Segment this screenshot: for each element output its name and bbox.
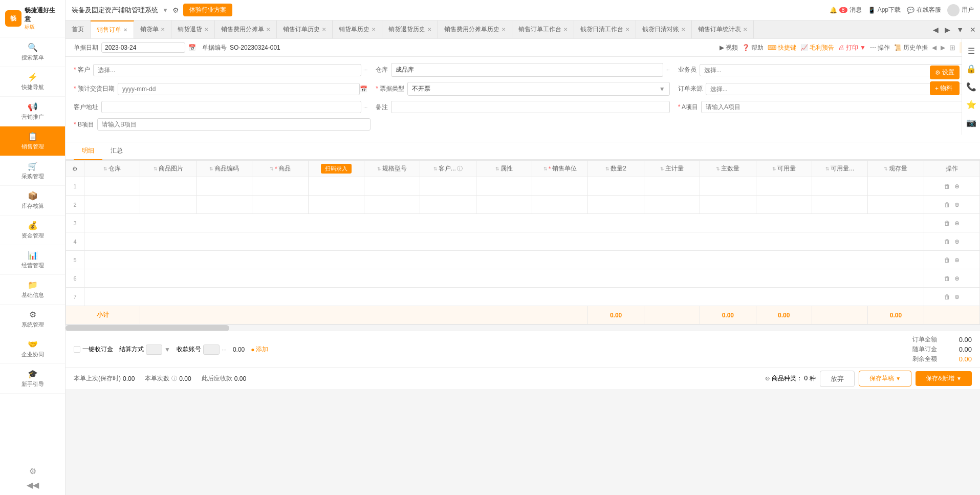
- row-2-unit[interactable]: [532, 196, 588, 214]
- row-2-spec[interactable]: [364, 196, 420, 214]
- tab-close-all[interactable]: ✕: [968, 25, 978, 35]
- th-warehouse[interactable]: ⇅ 仓库: [84, 161, 140, 177]
- row-1-copy-btn[interactable]: ⊕: [953, 182, 961, 191]
- tab-sales-order[interactable]: 销售订单 ✕: [91, 20, 134, 39]
- warehouse-value[interactable]: 成品库: [391, 63, 663, 77]
- table-scroll[interactable]: ⚙ ⇅ 仓库 ⇅ 商品图片: [66, 160, 980, 325]
- bank-ellipsis[interactable]: ···: [222, 346, 227, 353]
- tab-goods-history-close[interactable]: ✕: [372, 27, 376, 32]
- tab-sales-goods-close[interactable]: ✕: [161, 27, 165, 32]
- tab-sales-goods[interactable]: 销货单 ✕: [134, 20, 171, 39]
- a-project-input[interactable]: [701, 101, 972, 113]
- order-source-input[interactable]: [706, 83, 966, 95]
- row-2-image[interactable]: [140, 196, 196, 214]
- row-1-available[interactable]: [756, 177, 812, 196]
- sidebar-item-newbie[interactable]: 🎓 新手引导: [0, 364, 65, 394]
- sidebar-item-marketing[interactable]: 📢 营销推广: [0, 97, 65, 126]
- row-2-available2[interactable]: [812, 196, 867, 214]
- save-draft-dropdown-icon[interactable]: ▼: [896, 376, 901, 381]
- tab-cash-reconcile[interactable]: 钱货日清对账 ✕: [636, 20, 692, 39]
- scan-btn[interactable]: 扫码录入: [321, 164, 352, 174]
- row-5-delete-btn[interactable]: 🗑: [943, 255, 951, 265]
- th-current[interactable]: ⇅ 现存量: [868, 161, 924, 177]
- sidebar-collapse-icon[interactable]: ◀◀: [27, 480, 39, 490]
- customer-ellipsis[interactable]: ···: [363, 67, 367, 73]
- row-1-attr[interactable]: [476, 177, 532, 196]
- solution-button[interactable]: 体验行业方案: [183, 4, 232, 16]
- tab-sales-stats[interactable]: 销售订单统计表 ✕: [692, 20, 754, 39]
- calendar-icon[interactable]: 📅: [188, 44, 196, 51]
- th-qty2[interactable]: ⇅ 数量2: [588, 161, 644, 177]
- tab-order-history-close[interactable]: ✕: [322, 27, 326, 32]
- row-7-delete-btn[interactable]: 🗑: [943, 292, 951, 302]
- row-3-copy-btn[interactable]: ⊕: [953, 219, 961, 228]
- row-4-delete-btn[interactable]: 🗑: [943, 237, 951, 246]
- tab-order-workbench-close[interactable]: ✕: [563, 27, 568, 32]
- row-6-delete-btn[interactable]: 🗑: [943, 274, 951, 283]
- note-input[interactable]: [391, 101, 669, 113]
- row-1-name[interactable]: [252, 177, 308, 196]
- prev-record-btn[interactable]: ◀: [932, 44, 937, 51]
- sidebar-item-sales[interactable]: 📋 销售管理: [0, 126, 65, 156]
- settings-action-btn[interactable]: ⚙ 设置: [930, 66, 960, 79]
- th-main-qty[interactable]: ⇅ 主数量: [700, 161, 756, 177]
- grid-view-btn[interactable]: ⊞: [949, 44, 955, 52]
- b-project-input[interactable]: [97, 118, 371, 131]
- th-attr[interactable]: ⇅ 属性: [476, 161, 532, 177]
- right-panel-lock-btn[interactable]: 🔒: [963, 61, 979, 77]
- row-1-current[interactable]: [868, 177, 924, 196]
- th-available2[interactable]: ⇅ 可用量...: [812, 161, 867, 177]
- row-1-main-unit[interactable]: [644, 177, 700, 196]
- row-2-warehouse[interactable]: [84, 196, 140, 214]
- bank-select[interactable]: [203, 345, 220, 355]
- tab-goods-history[interactable]: 销货单历史 ✕: [333, 20, 382, 39]
- address-input[interactable]: [101, 101, 361, 113]
- right-panel-phone-btn[interactable]: 📞: [963, 79, 979, 95]
- invoice-type-select[interactable]: 不开票 ▼: [407, 82, 669, 96]
- row-1-available2[interactable]: [812, 177, 867, 196]
- row-2-code[interactable]: [196, 196, 252, 214]
- th-customer-code[interactable]: ⇅ 客户... ⓘ: [420, 161, 476, 177]
- sidebar-item-shortcuts[interactable]: ⚡ 快捷导航: [0, 67, 65, 97]
- tab-nav-dropdown[interactable]: ▼: [954, 25, 966, 35]
- delivery-calendar-icon[interactable]: 📅: [360, 85, 367, 93]
- tab-cash-workbench[interactable]: 钱货日清工作台 ✕: [574, 20, 636, 39]
- row-2-main-qty[interactable]: [700, 196, 756, 214]
- row-1-code[interactable]: [196, 177, 252, 196]
- row-2-delete-btn[interactable]: 🗑: [943, 200, 951, 209]
- notification-item[interactable]: 🔔 8 消息: [830, 6, 862, 14]
- th-settings[interactable]: ⚙: [66, 161, 84, 177]
- row-1-unit[interactable]: [532, 177, 588, 196]
- row-2-attr[interactable]: [476, 196, 532, 214]
- quick-pay-checkbox[interactable]: 一键收订金: [74, 345, 113, 354]
- operation-btn[interactable]: ⋯ 操作: [870, 44, 890, 52]
- tab-nav-right[interactable]: ▶: [943, 25, 952, 35]
- save-new-button[interactable]: 保存&新增 ▼: [916, 371, 972, 386]
- row-2-qty2[interactable]: [588, 196, 644, 214]
- sidebar-item-search[interactable]: 🔍 搜索菜单: [0, 37, 65, 67]
- tab-sales-stats-close[interactable]: ✕: [743, 27, 747, 32]
- help-btn[interactable]: ❓ 帮助: [742, 44, 764, 52]
- row-2-available[interactable]: [756, 196, 812, 214]
- warehouse-ellipsis[interactable]: ···: [665, 67, 669, 73]
- date-input[interactable]: [101, 42, 185, 53]
- sidebar-settings-icon[interactable]: ⚙: [29, 466, 36, 476]
- tab-return-history[interactable]: 销货退货历史 ✕: [382, 20, 438, 39]
- row-2-current[interactable]: [868, 196, 924, 214]
- row-1-spec[interactable]: [364, 177, 420, 196]
- online-service-item[interactable]: 💬 在线客服: [907, 6, 941, 14]
- row-1-delete-btn[interactable]: 🗑: [943, 182, 951, 191]
- tab-home[interactable]: 首页: [66, 20, 91, 39]
- customer-input[interactable]: [93, 64, 361, 76]
- row-5-copy-btn[interactable]: ⊕: [953, 255, 961, 265]
- add-goods-btn[interactable]: + 物料: [930, 81, 960, 95]
- view-btn[interactable]: ▶ 视频: [720, 44, 738, 52]
- print-btn[interactable]: 🖨 打印 ▼: [838, 44, 866, 52]
- sidebar-item-system[interactable]: ⚙ 系统管理: [0, 305, 65, 334]
- tab-return-history-close[interactable]: ✕: [427, 27, 431, 32]
- right-panel-camera-btn[interactable]: 📷: [963, 115, 979, 131]
- th-unit[interactable]: ⇅ * 销售单位: [532, 161, 588, 177]
- quick-pay-checkbox-box[interactable]: [74, 346, 80, 353]
- th-available[interactable]: ⇅ 可用量: [756, 161, 812, 177]
- address-ellipsis[interactable]: ···: [363, 104, 367, 110]
